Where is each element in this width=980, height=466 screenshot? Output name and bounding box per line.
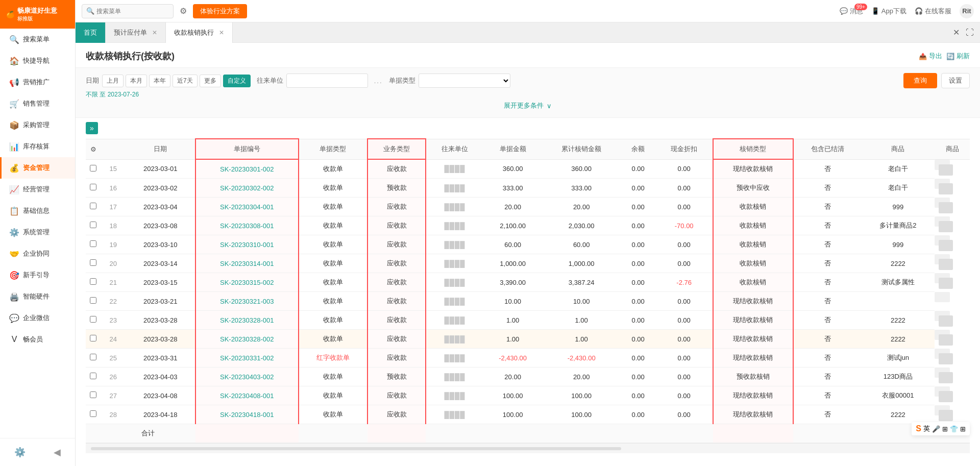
export-button[interactable]: 📤 导出: [919, 52, 942, 61]
sidebar-settings-btn[interactable]: ⚙️: [10, 443, 30, 462]
doc-no-link[interactable]: SK-20230304-001: [220, 203, 274, 211]
topbar-search-box[interactable]: 🔍: [82, 4, 174, 18]
sidebar-item-basic-info[interactable]: 📋 基础信息: [0, 200, 75, 222]
row-checkbox[interactable]: [90, 297, 96, 304]
row-checkbox[interactable]: [90, 184, 96, 190]
topbar-settings-icon[interactable]: ⚙: [178, 4, 189, 18]
voucher-type-select[interactable]: [419, 73, 510, 88]
date-7days-btn[interactable]: 近7天: [173, 75, 198, 87]
date-this-month-btn[interactable]: 本月: [126, 75, 147, 87]
tab-home[interactable]: 首页: [76, 22, 106, 43]
doc-no-link[interactable]: SK-20230314-001: [220, 260, 274, 267]
cell-checkbox[interactable]: [86, 330, 101, 349]
solution-button[interactable]: 体验行业方案: [193, 4, 247, 18]
row-checkbox[interactable]: [90, 203, 96, 209]
cell-checkbox[interactable]: [86, 311, 101, 330]
cell-doc-no[interactable]: SK-20230310-001: [195, 235, 299, 254]
sidebar-item-finance[interactable]: 💰 资金管理: [0, 157, 75, 179]
cell-checkbox[interactable]: [86, 159, 101, 179]
doc-no-link[interactable]: SK-20230301-002: [220, 165, 274, 173]
cell-checkbox[interactable]: [86, 235, 101, 254]
row-checkbox[interactable]: [90, 410, 96, 417]
sidebar-item-operations[interactable]: 📈 经营管理: [0, 179, 75, 200]
doc-no-link[interactable]: SK-20230328-002: [220, 335, 274, 343]
row-checkbox[interactable]: [90, 165, 96, 171]
cell-checkbox[interactable]: [86, 405, 101, 424]
cell-checkbox[interactable]: [86, 367, 101, 386]
filter-dots[interactable]: ...: [374, 77, 383, 85]
date-custom-btn[interactable]: 自定义: [223, 75, 251, 87]
cell-doc-no[interactable]: SK-20230321-003: [195, 292, 299, 311]
cell-checkbox[interactable]: [86, 179, 101, 198]
app-download[interactable]: 📱 App下载: [871, 7, 906, 16]
cell-doc-no[interactable]: SK-20230418-001: [195, 405, 299, 424]
cell-doc-no[interactable]: SK-20230328-002: [195, 330, 299, 349]
toolbar-expand-btn[interactable]: »: [86, 122, 98, 134]
cell-doc-no[interactable]: SK-20230308-001: [195, 216, 299, 235]
sidebar-item-wechat[interactable]: 💬 企业微信: [0, 307, 75, 329]
tab-collection[interactable]: 收款核销执行 ✕: [166, 22, 233, 43]
cell-checkbox[interactable]: [86, 198, 101, 216]
sidebar-item-purchase[interactable]: 📦 采购管理: [0, 114, 75, 136]
sidebar-item-corp[interactable]: 🤝 企业协同: [0, 243, 75, 264]
filter-settings-button[interactable]: 设置: [941, 73, 970, 88]
row-checkbox[interactable]: [90, 316, 96, 323]
row-checkbox[interactable]: [90, 259, 96, 266]
tab-expand-btn[interactable]: ⛶: [964, 26, 976, 39]
tab-close-btn[interactable]: ✕: [951, 26, 962, 39]
sidebar-collapse-btn[interactable]: ◀: [50, 443, 65, 462]
topbar-search-input[interactable]: [96, 8, 163, 15]
date-last-month-btn[interactable]: 上月: [102, 75, 124, 87]
doc-no-link[interactable]: SK-20230418-001: [220, 411, 274, 419]
sidebar-item-guide[interactable]: 🎯 新手引导: [0, 264, 75, 286]
refresh-button[interactable]: 🔄 刷新: [946, 52, 970, 61]
row-checkbox[interactable]: [90, 354, 96, 360]
user-avatar[interactable]: Rit: [960, 4, 974, 18]
col-settings[interactable]: ⚙: [86, 139, 101, 159]
sidebar-item-inventory[interactable]: 📊 库存核算: [0, 136, 75, 157]
filter-expand-btn[interactable]: 展开更多条件 ∨: [86, 99, 970, 112]
sidebar-item-marketing[interactable]: 📢 营销推广: [0, 71, 75, 93]
cell-checkbox[interactable]: [86, 216, 101, 235]
tab-prepay-close[interactable]: ✕: [152, 29, 157, 36]
row-checkbox[interactable]: [90, 278, 96, 285]
row-checkbox[interactable]: [90, 240, 96, 247]
sidebar-item-vip[interactable]: V 畅会员: [0, 329, 75, 350]
cell-doc-no[interactable]: SK-20230301-002: [195, 159, 299, 179]
cell-checkbox[interactable]: [86, 349, 101, 367]
sidebar-item-system[interactable]: ⚙️ 系统管理: [0, 222, 75, 243]
message-badge[interactable]: 💬 消息 99+: [840, 7, 863, 16]
counterparty-input[interactable]: [286, 73, 368, 88]
row-checkbox[interactable]: [90, 222, 96, 228]
sidebar-item-search[interactable]: 🔍 搜索菜单: [0, 29, 75, 50]
doc-no-link[interactable]: SK-20230408-001: [220, 392, 274, 400]
tab-collection-close[interactable]: ✕: [219, 29, 224, 36]
cell-doc-no[interactable]: SK-20230315-002: [195, 273, 299, 292]
query-button[interactable]: 查询: [903, 73, 937, 88]
cell-doc-no[interactable]: SK-20230408-001: [195, 386, 299, 405]
cell-checkbox[interactable]: [86, 254, 101, 273]
cell-doc-no[interactable]: SK-20230403-002: [195, 367, 299, 386]
cell-checkbox[interactable]: [86, 292, 101, 311]
tab-prepay[interactable]: 预计应付单 ✕: [106, 22, 166, 43]
online-service[interactable]: 🎧 在线客服: [915, 7, 951, 16]
sidebar-item-sales[interactable]: 🛒 销售管理: [0, 93, 75, 114]
doc-no-link[interactable]: SK-20230321-003: [220, 298, 274, 305]
doc-no-link[interactable]: SK-20230331-002: [220, 354, 274, 362]
row-checkbox[interactable]: [90, 373, 96, 379]
date-more-btn[interactable]: 更多: [200, 75, 221, 87]
cell-checkbox[interactable]: [86, 386, 101, 405]
doc-no-link[interactable]: SK-20230310-001: [220, 241, 274, 249]
cell-doc-no[interactable]: SK-20230331-002: [195, 349, 299, 367]
sidebar-item-hardware[interactable]: 🖨️ 智能硬件: [0, 286, 75, 307]
doc-no-link[interactable]: SK-20230403-002: [220, 373, 274, 381]
date-this-year-btn[interactable]: 本年: [149, 75, 170, 87]
doc-no-link[interactable]: SK-20230308-001: [220, 222, 274, 230]
sidebar-item-quick-nav[interactable]: 🏠 快捷导航: [0, 50, 75, 71]
doc-no-link[interactable]: SK-20230315-002: [220, 279, 274, 286]
cell-doc-no[interactable]: SK-20230328-001: [195, 311, 299, 330]
doc-no-link[interactable]: SK-20230302-002: [220, 184, 274, 192]
cell-doc-no[interactable]: SK-20230314-001: [195, 254, 299, 273]
row-checkbox[interactable]: [90, 335, 96, 341]
cell-doc-no[interactable]: SK-20230304-001: [195, 198, 299, 216]
